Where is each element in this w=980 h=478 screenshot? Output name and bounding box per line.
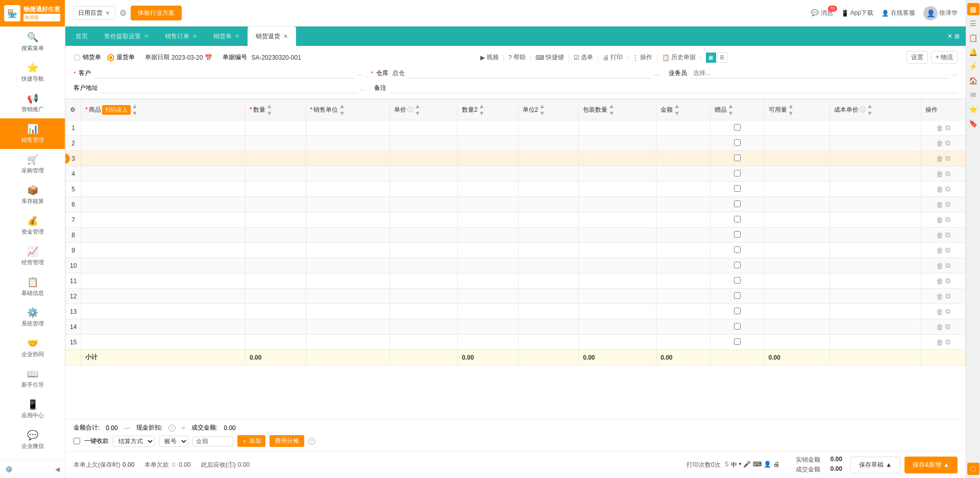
cell-unit-price-11[interactable]	[390, 273, 458, 289]
cell-amount-3[interactable]	[656, 151, 710, 166]
cell-unit2-14[interactable]	[518, 319, 579, 335]
cell-pack-qty-13[interactable]	[579, 304, 656, 319]
sidebar-item-guide[interactable]: 📖 新手引导	[0, 363, 65, 394]
delete-icon-14[interactable]: 🗑	[936, 323, 943, 331]
cell-available-12[interactable]	[764, 289, 830, 304]
cell-amount-4[interactable]	[656, 166, 710, 182]
cell-unit-price-4[interactable]	[390, 166, 458, 182]
sidebar-item-enterprise[interactable]: 🤝 企业协同	[0, 333, 65, 363]
user-profile[interactable]: 👤 徐泽华	[923, 6, 958, 20]
cell-amount-6[interactable]	[656, 197, 710, 212]
delete-icon-4[interactable]: 🗑	[936, 170, 943, 178]
cell-available-7[interactable]	[764, 212, 830, 228]
gift-checkbox-10[interactable]	[734, 262, 741, 268]
cell-amount-1[interactable]	[656, 120, 710, 136]
radio-return[interactable]: 退货单	[107, 53, 135, 62]
save-new-button[interactable]: 保存&新增 ▲	[904, 457, 958, 473]
cell-unit-price-15[interactable]	[390, 335, 458, 350]
staff-input[interactable]	[690, 68, 949, 79]
cell-gift-10[interactable]	[710, 258, 764, 273]
right-panel-doc-icon[interactable]: 📋	[967, 32, 979, 44]
cell-unit2-3[interactable]	[518, 151, 579, 166]
cell-quantity2-4[interactable]	[458, 166, 519, 182]
cell-gift-1[interactable]	[710, 120, 764, 136]
cell-cost-price-12[interactable]	[830, 289, 921, 304]
cell-amount-13[interactable]	[656, 304, 710, 319]
cell-available-3[interactable]	[764, 151, 830, 166]
cell-quantity-7[interactable]	[245, 212, 306, 228]
delete-icon-10[interactable]: 🗑	[936, 262, 943, 270]
copy-icon-13[interactable]: ⧉	[945, 307, 950, 316]
cell-product-13[interactable]	[81, 304, 246, 319]
gift-checkbox-6[interactable]	[734, 200, 741, 207]
cell-product-12[interactable]	[81, 289, 246, 304]
cell-sale-unit-13[interactable]	[306, 304, 390, 319]
cell-quantity-12[interactable]	[245, 289, 306, 304]
cell-quantity-13[interactable]	[245, 304, 306, 319]
online-service[interactable]: 👤 在线客服	[881, 9, 915, 17]
cell-pack-qty-1[interactable]	[579, 120, 656, 136]
cell-unit2-15[interactable]	[518, 335, 579, 350]
cell-gift-6[interactable]	[710, 197, 764, 212]
cell-unit2-7[interactable]	[518, 212, 579, 228]
tab-sale-price[interactable]: 售价提取设置 ✕	[96, 27, 157, 46]
cell-unit2-2[interactable]	[518, 136, 579, 151]
cell-gift-12[interactable]	[710, 289, 764, 304]
cell-quantity2-14[interactable]	[458, 319, 519, 335]
cell-available-14[interactable]	[764, 319, 830, 335]
th-settings[interactable]: ⚙	[66, 99, 81, 120]
cell-available-10[interactable]	[764, 258, 830, 273]
copy-icon-6[interactable]: ⧉	[945, 200, 950, 209]
cell-sale-unit-12[interactable]	[306, 289, 390, 304]
grid-view-icon[interactable]: ▦	[706, 53, 716, 63]
settings-bottom-icon[interactable]: ⚙️	[5, 466, 13, 473]
cell-cost-price-10[interactable]	[830, 258, 921, 273]
sidebar-item-apps[interactable]: 📱 应用中心	[0, 394, 65, 424]
delete-icon-6[interactable]: 🗑	[936, 200, 943, 209]
right-panel-lightning-icon[interactable]: ⚡	[967, 60, 979, 72]
cell-quantity-8[interactable]	[245, 228, 306, 243]
cell-available-13[interactable]	[764, 304, 830, 319]
delete-icon-12[interactable]: 🗑	[936, 292, 943, 300]
cell-pack-qty-11[interactable]	[579, 273, 656, 289]
sidebar-item-purchase[interactable]: 🛒 采购管理	[0, 149, 65, 180]
sidebar-item-system[interactable]: ⚙️ 系统管理	[0, 302, 65, 333]
sidebar-item-member[interactable]: 👑 畅会员	[0, 455, 65, 460]
address-input[interactable]	[101, 83, 357, 93]
tab-close-sale-return[interactable]: ✕	[283, 33, 288, 40]
cell-unit-price-13[interactable]	[390, 304, 458, 319]
quick-pay-checkbox[interactable]	[74, 438, 80, 444]
cell-quantity-11[interactable]	[245, 273, 306, 289]
tab-home[interactable]: 首页	[67, 27, 96, 46]
cell-pack-qty-14[interactable]	[579, 319, 656, 335]
cell-gift-2[interactable]	[710, 136, 764, 151]
cell-sale-unit-11[interactable]	[306, 273, 390, 289]
cell-amount-11[interactable]	[656, 273, 710, 289]
cell-amount-12[interactable]	[656, 289, 710, 304]
cell-unit2-8[interactable]	[518, 228, 579, 243]
cell-unit-price-2[interactable]	[390, 136, 458, 151]
cell-quantity2-5[interactable]	[458, 182, 519, 197]
copy-icon-3[interactable]: ⧉	[945, 154, 950, 163]
cell-available-1[interactable]	[764, 120, 830, 136]
cell-quantity2-7[interactable]	[458, 212, 519, 228]
gift-checkbox-7[interactable]	[734, 216, 741, 222]
cell-unit2-12[interactable]	[518, 289, 579, 304]
app-download[interactable]: 📱 App下载	[841, 9, 873, 17]
cell-amount-2[interactable]	[656, 136, 710, 151]
tab-close-sale-order[interactable]: ✕	[192, 33, 197, 40]
cell-quantity-2[interactable]	[245, 136, 306, 151]
cell-unit-price-12[interactable]	[390, 289, 458, 304]
cell-unit-price-6[interactable]	[390, 197, 458, 212]
cell-amount-7[interactable]	[656, 212, 710, 228]
cell-quantity-5[interactable]	[245, 182, 306, 197]
cell-unit-price-1[interactable]	[390, 120, 458, 136]
sidebar-item-marketing[interactable]: 📢 营销推广	[0, 88, 65, 118]
copy-icon-2[interactable]: ⧉	[945, 139, 950, 147]
cell-available-5[interactable]	[764, 182, 830, 197]
copy-icon-4[interactable]: ⧉	[945, 169, 950, 178]
cell-amount-15[interactable]	[656, 335, 710, 350]
tab-close-sale-price[interactable]: ✕	[144, 33, 149, 40]
cell-gift-3[interactable]	[710, 151, 764, 166]
cell-available-8[interactable]	[764, 228, 830, 243]
